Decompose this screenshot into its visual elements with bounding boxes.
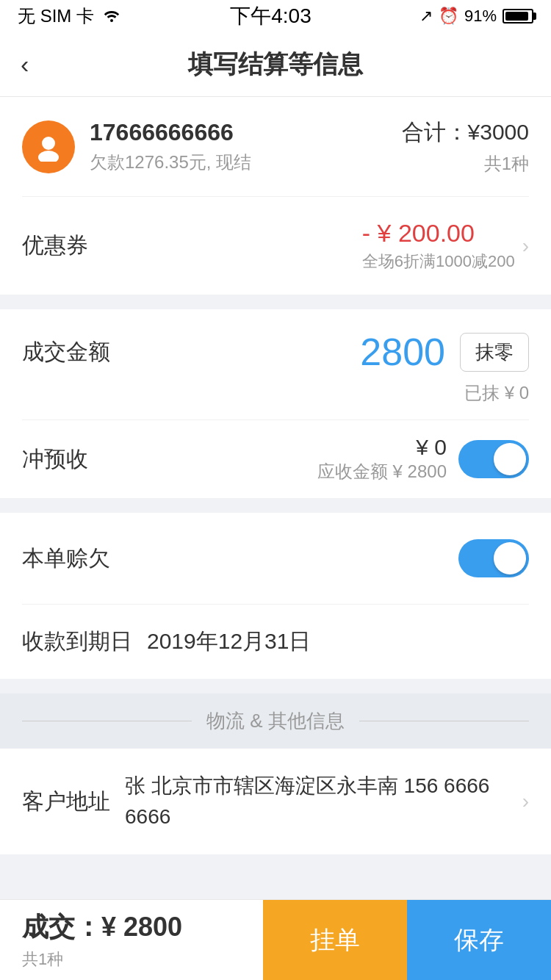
location-icon: ↗ [419, 7, 433, 26]
header-line-left [22, 721, 192, 721]
customer-left: 17666666666 欠款1276.35元, 现结 [22, 119, 251, 174]
logistics-label: 物流 & 其他信息 [206, 708, 345, 734]
svg-point-1 [38, 151, 59, 162]
back-button[interactable]: ‹ [21, 50, 29, 79]
amount-label: 成交金额 [22, 337, 110, 367]
debt-label: 本单赊欠 [22, 544, 110, 574]
footer-deal-label: 成交： [22, 912, 101, 942]
prepaid-right: ¥ 0 应收金额 ¥ 2800 [317, 435, 529, 483]
header-line-right [359, 721, 529, 721]
footer-deal-amount: ¥ 2800 [101, 912, 182, 942]
sim-label: 无 SIM 卡 [18, 4, 94, 28]
coupon-discount: - ¥ 200.00 [362, 219, 515, 248]
coupon-discount-block: - ¥ 200.00 全场6折满1000减200 [362, 219, 515, 273]
section-gap-2 [0, 498, 551, 513]
customer-card: 17666666666 欠款1276.35元, 现结 合计：¥3000 共1种 … [0, 97, 551, 295]
coupon-desc: 全场6折满1000减200 [362, 251, 515, 273]
total-amount: 合计：¥3000 [402, 118, 529, 148]
svg-point-0 [42, 137, 55, 150]
save-button[interactable]: 保存 [407, 900, 551, 980]
coupon-right: - ¥ 200.00 全场6折满1000减200 › [362, 219, 529, 273]
duedate-label: 收款到期日 [22, 627, 132, 657]
amount-right: 2800 抹零 [360, 330, 529, 374]
coupon-row[interactable]: 优惠券 - ¥ 200.00 全场6折满1000减200 › [22, 197, 529, 295]
duedate-value: 2019年12月31日 [147, 627, 311, 657]
battery-percent: 91% [464, 7, 497, 26]
amount-sub: 已抹 ¥ 0 [22, 381, 529, 419]
amount-card: 成交金额 2800 抹零 已抹 ¥ 0 冲预收 ¥ 0 应收金额 ¥ 2800 [0, 309, 551, 498]
prepaid-info: ¥ 0 应收金额 ¥ 2800 [317, 435, 447, 483]
prepaid-amount: ¥ 0 [317, 435, 447, 460]
address-value: 张 北京市市辖区海淀区永丰南 156 6666 6666 [125, 771, 508, 832]
page-header: ‹ 填写结算等信息 [0, 32, 551, 97]
debt-toggle[interactable] [458, 539, 529, 577]
prepaid-toggle[interactable] [458, 440, 529, 478]
round-button[interactable]: 抹零 [460, 333, 529, 372]
customer-row: 17666666666 欠款1276.35元, 现结 合计：¥3000 共1种 [22, 97, 529, 196]
footer-amount: 成交：¥ 2800 [22, 909, 241, 945]
address-label: 客户地址 [22, 787, 110, 817]
battery-icon [503, 9, 533, 24]
footer-count: 共1种 [22, 948, 241, 970]
alarm-icon: ⏰ [439, 7, 458, 26]
section-gap-3 [0, 679, 551, 693]
address-chevron-icon: › [522, 790, 529, 813]
status-right: ↗ ⏰ 91% [419, 7, 533, 26]
status-bar: 无 SIM 卡 下午4:03 ↗ ⏰ 91% [0, 0, 551, 32]
prepaid-sub: 应收金额 ¥ 2800 [317, 460, 447, 483]
debt-row: 本单赊欠 [22, 513, 529, 604]
customer-info: 17666666666 欠款1276.35元, 现结 [90, 119, 251, 174]
coupon-label: 优惠券 [22, 231, 88, 261]
page-title: 填写结算等信息 [188, 48, 363, 82]
address-card: 客户地址 张 北京市市辖区海淀区永丰南 156 6666 6666 › [0, 749, 551, 854]
customer-phone: 17666666666 [90, 119, 251, 146]
debt-card: 本单赊欠 收款到期日 2019年12月31日 [0, 513, 551, 679]
avatar [22, 120, 75, 173]
logistics-section-header: 物流 & 其他信息 [0, 693, 551, 749]
address-row[interactable]: 客户地址 张 北京市市辖区海淀区永丰南 156 6666 6666 › [22, 749, 529, 854]
section-gap-1 [0, 295, 551, 309]
customer-sub: 欠款1276.35元, 现结 [90, 151, 251, 174]
amount-row: 成交金额 2800 抹零 [22, 309, 529, 381]
amount-value: 2800 [360, 330, 445, 374]
hold-button[interactable]: 挂单 [263, 900, 407, 980]
prepaid-row: 冲预收 ¥ 0 应收金额 ¥ 2800 [22, 420, 529, 498]
total-count: 共1种 [402, 152, 529, 176]
prepaid-label: 冲预收 [22, 444, 88, 475]
status-left: 无 SIM 卡 [18, 4, 122, 28]
chevron-right-icon: › [522, 234, 529, 258]
footer: 成交：¥ 2800 共1种 挂单 保存 [0, 899, 551, 980]
wifi-icon [101, 6, 122, 26]
customer-right: 合计：¥3000 共1种 [402, 118, 529, 176]
footer-info: 成交：¥ 2800 共1种 [0, 900, 263, 980]
status-time: 下午4:03 [230, 2, 311, 30]
duedate-row: 收款到期日 2019年12月31日 [22, 605, 529, 679]
